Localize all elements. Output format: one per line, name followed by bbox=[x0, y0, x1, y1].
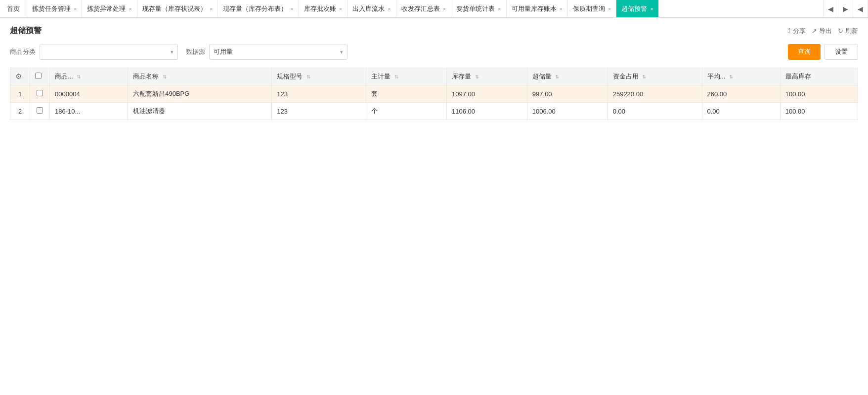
settings-button[interactable]: 设置 bbox=[825, 44, 858, 60]
nav-tab-7[interactable]: 要货单统计表 × bbox=[451, 0, 506, 17]
refresh-button[interactable]: ↻ 刷新 bbox=[838, 27, 858, 36]
table-row: 2 186-10... 机油滤清器 123 个 1106.00 1006.00 … bbox=[10, 103, 858, 120]
row-num-0: 1 bbox=[10, 85, 30, 103]
row-checkbox-0[interactable] bbox=[30, 85, 50, 103]
row-product-code-1: 186-10... bbox=[50, 103, 128, 120]
close-tab-4[interactable]: × bbox=[339, 6, 342, 12]
filter-actions: 查询 设置 bbox=[788, 44, 858, 60]
header-product-code[interactable]: 商品... ⇅ bbox=[50, 68, 128, 85]
row-capital-0: 259220.00 bbox=[608, 85, 702, 103]
top-navigation: 首页 拣货任务管理 × 拣货异常处理 × 现存量（库存状况表） × 现存量（库存… bbox=[0, 0, 868, 18]
header-unit[interactable]: 主计量 ⇅ bbox=[366, 68, 447, 85]
data-source-label: 数据源 bbox=[186, 47, 205, 56]
header-settings-gear[interactable]: ⚙ bbox=[10, 68, 30, 85]
sort-spec-icon: ⇅ bbox=[306, 74, 310, 79]
data-source-filter: 数据源 可用量 ▾ bbox=[186, 44, 347, 60]
nav-tab-3[interactable]: 现存量（库存分布表） × bbox=[218, 0, 299, 17]
product-category-chevron: ▾ bbox=[171, 49, 174, 55]
sort-avg-icon: ⇅ bbox=[729, 74, 733, 79]
close-tab-5[interactable]: × bbox=[388, 6, 391, 12]
row-max-stock-1: 100.00 bbox=[780, 103, 858, 120]
sort-overstock-icon: ⇅ bbox=[555, 74, 559, 79]
row-capital-1: 0.00 bbox=[608, 103, 702, 120]
row-overstock-0: 997.00 bbox=[527, 85, 608, 103]
share-icon: ⤴ bbox=[787, 27, 791, 35]
data-source-value: 可用量 bbox=[214, 47, 233, 56]
close-tab-8[interactable]: × bbox=[560, 6, 563, 12]
table-row: 1 0000004 六配套新昌490BPG 123 套 1097.00 997.… bbox=[10, 85, 858, 103]
sort-capital-icon: ⇅ bbox=[642, 74, 646, 79]
nav-tab-5[interactable]: 出入库流水 × bbox=[347, 0, 396, 17]
data-source-chevron: ▾ bbox=[340, 49, 343, 55]
row-stock-1: 1106.00 bbox=[446, 103, 527, 120]
row-unit-1: 个 bbox=[366, 103, 447, 120]
filter-bar: 商品分类 ▾ 数据源 可用量 ▾ 查询 设置 bbox=[10, 44, 858, 60]
nav-tab-2[interactable]: 现存量（库存状况表） × bbox=[137, 0, 218, 17]
nav-tab-8[interactable]: 可用量库存账本 × bbox=[507, 0, 568, 17]
nav-tab-9[interactable]: 保质期查询 × bbox=[568, 0, 616, 17]
row-product-code-0: 0000004 bbox=[50, 85, 128, 103]
row-checkbox-1[interactable] bbox=[30, 103, 50, 120]
page-content: 超储预警 ⤴ 分享 ↗ 导出 ↻ 刷新 商品分类 ▾ 数据源 bbox=[0, 18, 868, 395]
nav-arrows: ◀ ▶ ◀ bbox=[823, 0, 868, 18]
export-icon: ↗ bbox=[812, 27, 817, 35]
data-source-select[interactable]: 可用量 ▾ bbox=[209, 44, 347, 60]
header-stock[interactable]: 库存量 ⇅ bbox=[446, 68, 527, 85]
product-category-filter: 商品分类 ▾ bbox=[10, 44, 178, 60]
nav-tab-10[interactable]: 超储预警 × bbox=[616, 0, 658, 17]
header-actions: ⤴ 分享 ↗ 导出 ↻ 刷新 bbox=[787, 27, 858, 36]
row-avg-0: 260.00 bbox=[702, 85, 780, 103]
row-product-name-1: 机油滤清器 bbox=[128, 103, 272, 120]
nav-tab-1[interactable]: 拣货异常处理 × bbox=[82, 0, 137, 17]
row-unit-0: 套 bbox=[366, 85, 447, 103]
page-title: 超储预警 bbox=[10, 26, 42, 36]
row-num-1: 2 bbox=[10, 103, 30, 120]
header-product-name[interactable]: 商品名称 ⇅ bbox=[128, 68, 272, 85]
export-button[interactable]: ↗ 导出 bbox=[812, 27, 832, 36]
sort-stock-icon: ⇅ bbox=[475, 74, 479, 79]
close-tab-0[interactable]: × bbox=[74, 6, 77, 12]
nav-tab-6[interactable]: 收发存汇总表 × bbox=[396, 0, 451, 17]
nav-arrow-collapse[interactable]: ◀ bbox=[853, 0, 868, 18]
select-all-checkbox[interactable] bbox=[35, 73, 42, 79]
nav-tab-0[interactable]: 拣货任务管理 × bbox=[27, 0, 82, 17]
close-tab-7[interactable]: × bbox=[498, 6, 501, 12]
header-checkbox-col bbox=[30, 68, 50, 85]
close-tab-3[interactable]: × bbox=[290, 6, 293, 12]
nav-home[interactable]: 首页 bbox=[0, 0, 27, 17]
refresh-icon: ↻ bbox=[838, 27, 843, 35]
nav-arrow-right[interactable]: ▶ bbox=[838, 0, 853, 18]
close-tab-1[interactable]: × bbox=[129, 6, 131, 12]
share-button[interactable]: ⤴ 分享 bbox=[787, 27, 806, 36]
row-overstock-1: 1006.00 bbox=[527, 103, 608, 120]
sort-product-code-icon: ⇅ bbox=[77, 74, 81, 79]
row-spec-1: 123 bbox=[272, 103, 366, 120]
sort-product-name-icon: ⇅ bbox=[163, 74, 167, 79]
close-tab-10[interactable]: × bbox=[650, 6, 653, 12]
product-category-select[interactable]: ▾ bbox=[40, 44, 178, 60]
header-overstock[interactable]: 超储量 ⇅ bbox=[527, 68, 608, 85]
row-stock-0: 1097.00 bbox=[446, 85, 527, 103]
close-tab-6[interactable]: × bbox=[443, 6, 446, 12]
row-max-stock-0: 100.00 bbox=[780, 85, 858, 103]
row-avg-1: 0.00 bbox=[702, 103, 780, 120]
header-capital[interactable]: 资金占用 ⇅ bbox=[608, 68, 702, 85]
close-tab-2[interactable]: × bbox=[210, 6, 213, 12]
sort-unit-icon: ⇅ bbox=[394, 74, 398, 79]
row-spec-0: 123 bbox=[272, 85, 366, 103]
data-table: ⚙ 商品... ⇅ 商品名称 ⇅ 规格型号 ⇅ 主计量 bbox=[10, 68, 858, 120]
header-avg[interactable]: 平均... ⇅ bbox=[702, 68, 780, 85]
page-header: 超储预警 ⤴ 分享 ↗ 导出 ↻ 刷新 bbox=[10, 26, 858, 36]
product-category-label: 商品分类 bbox=[10, 47, 36, 56]
query-button[interactable]: 查询 bbox=[788, 44, 821, 60]
header-spec[interactable]: 规格型号 ⇅ bbox=[272, 68, 366, 85]
nav-arrow-left[interactable]: ◀ bbox=[824, 0, 838, 18]
header-max-stock[interactable]: 最高库存 bbox=[780, 68, 858, 85]
row-product-name-0: 六配套新昌490BPG bbox=[128, 85, 272, 103]
close-tab-9[interactable]: × bbox=[608, 6, 611, 12]
table-header-row: ⚙ 商品... ⇅ 商品名称 ⇅ 规格型号 ⇅ 主计量 bbox=[10, 68, 858, 85]
nav-tab-4[interactable]: 库存批次账 × bbox=[299, 0, 347, 17]
gear-icon[interactable]: ⚙ bbox=[15, 72, 22, 80]
